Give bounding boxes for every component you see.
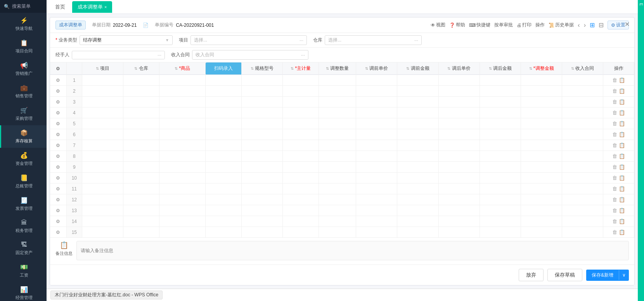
row-copy-5[interactable]: 📋 [619, 121, 625, 126]
row-copy-14[interactable]: 📋 [619, 218, 625, 224]
row-gear-8[interactable]: ⚙ [56, 154, 60, 159]
action-shortcut[interactable]: ⌨ 快捷键 [469, 22, 490, 28]
row-delete-14[interactable]: 🗑 [612, 218, 617, 224]
handler-input[interactable]: ··· [72, 51, 165, 59]
row-copy-10[interactable]: 📋 [619, 175, 625, 181]
save-draft-button[interactable]: 保存草稿 [547, 269, 582, 281]
row-gear-5[interactable]: ⚙ [56, 121, 60, 126]
row-gear-3[interactable]: ⚙ [56, 99, 60, 105]
col-adj-qty[interactable]: ⇅ 调整数量 [319, 62, 356, 75]
sidebar-item-ledger[interactable]: 📒总账管理 [0, 170, 47, 193]
row-copy-15[interactable]: 📋 [619, 229, 625, 235]
row-delete-5[interactable]: 🗑 [612, 121, 617, 126]
sidebar-item-payroll[interactable]: 💵工资 [0, 259, 47, 282]
row-copy-11[interactable]: 📋 [619, 186, 625, 192]
row-delete-2[interactable]: 🗑 [612, 88, 617, 94]
row-delete-9[interactable]: 🗑 [612, 164, 617, 170]
view-toggle2[interactable]: ⊟ [599, 21, 604, 29]
tab-home[interactable]: 首页 [50, 1, 71, 13]
discard-button[interactable]: 放弃 [519, 269, 544, 281]
row-delete-7[interactable]: 🗑 [612, 142, 617, 148]
row-delete-1[interactable]: 🗑 [612, 77, 617, 83]
sidebar-item-finance[interactable]: 💰资金管理 [0, 148, 47, 170]
sidebar-item-inventory[interactable]: 📦库存核算 [0, 125, 47, 148]
col-unit[interactable]: ⇅ *主计量 [283, 62, 319, 75]
row-gear-12[interactable]: ⚙ [56, 197, 60, 202]
sidebar-item-purchase-mgmt[interactable]: 🛒采购管理 [0, 103, 47, 125]
action-operate[interactable]: 操作 [535, 22, 545, 28]
save-new-arrow[interactable]: ∨ [619, 270, 629, 280]
col-income-contract[interactable]: ⇅ 收入合同 [562, 62, 603, 75]
row-copy-8[interactable]: 📋 [619, 153, 625, 159]
sidebar-item-sales-mgmt[interactable]: 💼销售管理 [0, 80, 47, 103]
action-view[interactable]: 👁 视图 [431, 22, 445, 28]
col-after-price[interactable]: ⇅ 调后单价 [438, 62, 480, 75]
action-print[interactable]: 🖨 打印 [517, 22, 531, 28]
col-before-price[interactable]: ⇅ 调前单价 [356, 62, 397, 75]
row-gear-2[interactable]: ⚙ [56, 88, 60, 94]
view-toggle1[interactable]: ⊞ [590, 21, 595, 29]
row-gear-9[interactable]: ⚙ [56, 164, 60, 170]
row-copy-7[interactable]: 📋 [619, 142, 625, 148]
row-delete-15[interactable]: 🗑 [612, 229, 617, 235]
warehouse-input[interactable]: 选择... ··· [325, 35, 422, 45]
col-product[interactable]: ⇅ *商品 [159, 62, 205, 75]
row-copy-9[interactable]: 📋 [619, 164, 625, 170]
action-help[interactable]: ❓ 帮助 [449, 22, 465, 28]
row-delete-3[interactable]: 🗑 [612, 99, 617, 105]
col-adj-amount[interactable]: ⇅ *调整金额 [521, 62, 562, 75]
nav-prev[interactable]: ‹ [578, 22, 580, 29]
sidebar-item-tax[interactable]: 🏛税务管理 [0, 215, 47, 237]
col-scan[interactable]: 扫码录入 [206, 62, 242, 75]
row-copy-13[interactable]: 📋 [619, 208, 625, 213]
tab-close-cost-adjust[interactable]: × [104, 5, 107, 9]
sidebar-item-assets[interactable]: 🏗固定资产 [0, 237, 47, 259]
row-delete-11[interactable]: 🗑 [612, 186, 617, 192]
row-gear-1[interactable]: ⚙ [56, 78, 60, 83]
row-delete-10[interactable]: 🗑 [612, 175, 617, 181]
row-copy-2[interactable]: 📋 [619, 88, 625, 94]
row-gear-15[interactable]: ⚙ [56, 230, 60, 235]
notes-input[interactable] [76, 241, 629, 260]
sidebar-item-ops-mgmt[interactable]: 📊经营管理 [0, 282, 47, 301]
save-new-button[interactable]: 保存&新增 ∨ [586, 270, 629, 281]
project-input[interactable]: 选择... ··· [190, 35, 307, 45]
nav-next[interactable]: › [584, 22, 586, 29]
row-delete-13[interactable]: 🗑 [612, 208, 617, 213]
col-project[interactable]: ⇅ 项目 [82, 62, 123, 75]
row-gear-7[interactable]: ⚙ [56, 143, 60, 148]
row-delete-12[interactable]: 🗑 [612, 197, 617, 202]
row-gear-13[interactable]: ⚙ [56, 208, 60, 213]
row-gear-14[interactable]: ⚙ [56, 219, 60, 224]
sales-promo-icon: 📢 [20, 62, 28, 69]
col-spec[interactable]: ⇅ 规格型号 [242, 62, 283, 75]
sidebar-item-project-contract[interactable]: 📋项目合同 [0, 35, 47, 58]
row-gear-11[interactable]: ⚙ [56, 186, 60, 192]
col-gear[interactable]: ⚙ [50, 62, 66, 75]
action-review[interactable]: 按单审批 [494, 22, 513, 28]
row-copy-12[interactable]: 📋 [619, 197, 625, 202]
row-copy-6[interactable]: 📋 [619, 131, 625, 137]
taskbar-wps-item[interactable]: 木门行业好业财处理方案-墓红红.doc - WPS Office [50, 291, 163, 299]
row-delete-6[interactable]: 🗑 [612, 131, 617, 137]
col-after-amount[interactable]: ⇅ 调后金额 [480, 62, 521, 75]
doc-close-button[interactable]: ✕ [625, 21, 630, 28]
sidebar-search[interactable]: 🔍 搜索菜单 [0, 0, 47, 13]
row-gear-10[interactable]: ⚙ [56, 175, 60, 181]
row-delete-8[interactable]: 🗑 [612, 153, 617, 159]
tab-cost-adjust[interactable]: 成本调整单× [72, 1, 112, 13]
row-delete-4[interactable]: 🗑 [612, 110, 617, 116]
row-copy-4[interactable]: 📋 [619, 110, 625, 116]
col-before-amount[interactable]: ⇅ 调前金额 [397, 62, 438, 75]
sidebar-item-quick-nav[interactable]: ⚡快速导航 [0, 13, 47, 35]
row-gear-6[interactable]: ⚙ [56, 132, 60, 137]
income-contract-input[interactable]: 收入合同 ··· [192, 50, 308, 60]
col-warehouse[interactable]: ⇅ 仓库 [123, 62, 159, 75]
row-copy-3[interactable]: 📋 [619, 99, 625, 105]
sidebar-item-invoice[interactable]: 🧾发票管理 [0, 193, 47, 215]
row-copy-1[interactable]: 📋 [619, 77, 625, 83]
sidebar-item-sales-promo[interactable]: 📢营销推广 [0, 58, 47, 80]
biz-type-input[interactable]: 结存调整 ▼ [80, 35, 173, 45]
row-gear-4[interactable]: ⚙ [56, 110, 60, 116]
action-history[interactable]: 📜 历史单据 [549, 22, 574, 28]
